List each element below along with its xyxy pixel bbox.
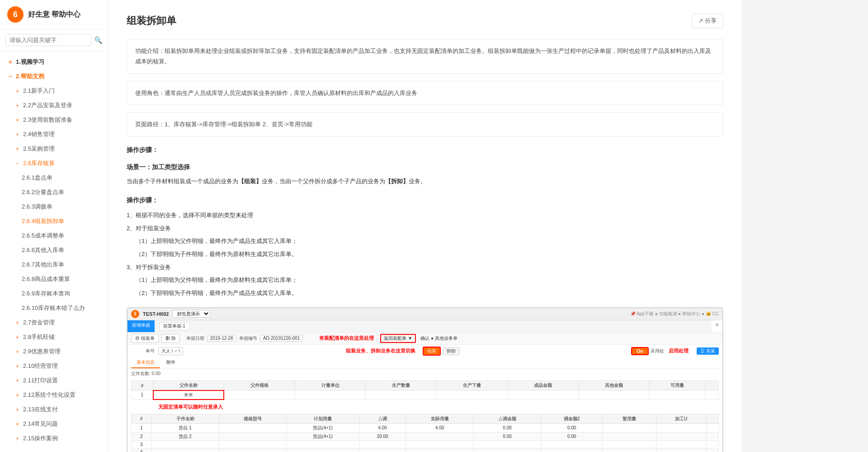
plus-icon: ＋ bbox=[14, 376, 20, 385]
minus-icon: － bbox=[14, 159, 20, 167]
fake-num-label: 单据编号 bbox=[239, 335, 257, 342]
fake-close-btn[interactable]: × bbox=[712, 320, 722, 332]
search-button[interactable]: 🔍 bbox=[94, 36, 103, 44]
minus-icon: － bbox=[7, 72, 13, 81]
sidebar-item-mobile[interactable]: ＋ 2.8手机旺铺 bbox=[0, 330, 108, 344]
plus-icon: ＋ bbox=[14, 145, 20, 153]
table-row: 1货品 1货品(4+1)4.004.000.000.00 bbox=[132, 423, 719, 432]
fake-table-top: # 父件名称 父件规格 计量单位 生产数量 生产下量 成品金额 其他金额 可用量 bbox=[131, 381, 719, 400]
plus-icon: ＋ bbox=[14, 130, 20, 138]
fake-toggle-group: 组装 拆卸 bbox=[423, 347, 460, 356]
sidebar-item-sales[interactable]: ＋ 2.4销售管理 bbox=[0, 127, 108, 142]
fake-th-action bbox=[706, 381, 719, 390]
sidebar-item-coupon[interactable]: ＋ 2.9优惠券管理 bbox=[0, 344, 108, 359]
fake-toggle-assemble: 组装 bbox=[423, 347, 441, 356]
share-button[interactable]: ↗ 分享 bbox=[692, 14, 723, 28]
fake-company-select[interactable]: 好生意演示 bbox=[172, 310, 210, 318]
sidebar-item-purchase[interactable]: ＋ 2.5采购管理 bbox=[0, 142, 108, 156]
sidebar-item-stocktake[interactable]: 2.6.1盘点单 bbox=[0, 171, 108, 185]
fake-th-parent-name: 父件名称 bbox=[153, 381, 224, 390]
sidebar-header: 6 好生意 帮助中心 bbox=[0, 0, 108, 29]
fake-annotation-free-wrapper: 无固定清单可以随时任意录入 bbox=[127, 404, 722, 412]
plus-icon: ＋ bbox=[14, 420, 20, 428]
fake-th-avail: 可用量 bbox=[649, 381, 706, 390]
table-row: 3 bbox=[132, 441, 719, 448]
fake-tab-basic[interactable]: 基本信息 bbox=[131, 357, 160, 368]
table-row: 1 米米 bbox=[132, 390, 719, 400]
plus-icon: ＋ bbox=[14, 347, 20, 356]
step2-1: （1）上部明细为父件明细，最终作为产成品生成其它入库单； bbox=[127, 236, 723, 247]
plus-icon: ＋ bbox=[14, 362, 20, 370]
steps-heading: 操作步骤： bbox=[127, 194, 723, 206]
fake-th-unit: 计量单位 bbox=[295, 381, 366, 390]
share-icon: ↗ bbox=[698, 18, 703, 24]
fake-btn-delete: 删 除 bbox=[161, 334, 180, 343]
fake-on-badge: On bbox=[631, 347, 649, 355]
fake-tabs-row: 前置单据-1 bbox=[155, 320, 712, 332]
sidebar-item-stock-error[interactable]: 2.6.10库存账本错了么办 bbox=[0, 301, 108, 315]
fake-th-produce-qty: 生产数量 bbox=[366, 381, 437, 390]
fake-app: 6 TEST-H002 好生意演示 📌 App下载 ● 功能检测 ● 帮助中心 … bbox=[127, 308, 723, 452]
plus-icon: ＋ bbox=[14, 116, 20, 124]
page-header: 组装拆卸单 ↗ 分享 bbox=[127, 14, 723, 28]
sidebar-item-split-stocktake[interactable]: 2.6.2分量盘点单 bbox=[0, 185, 108, 200]
nav-list: ＋ 1.视频学习 － 2.帮助文档 ＋ 2.1新手入门 ＋ 2.2产品安装及登录… bbox=[0, 51, 108, 452]
scenario1-heading: 场景一：加工类型选择 bbox=[127, 161, 723, 173]
fake-toggle-disassemble: 拆卸 bbox=[443, 347, 460, 355]
sidebar-item-stock-query[interactable]: 2.6.9库存账本查询 bbox=[0, 286, 108, 301]
fake-btn-save: 存 组装单 bbox=[131, 334, 159, 343]
annotation-free: 无固定清单可以随时任意录入 bbox=[158, 404, 223, 409]
plus-icon: ＋ bbox=[14, 87, 20, 95]
sidebar-item-goods-cost[interactable]: 2.6.8商品成本重算 bbox=[0, 272, 108, 286]
sidebar-item-funds[interactable]: ＋ 2.7资金管理 bbox=[0, 315, 108, 330]
table-row: 4 bbox=[132, 448, 719, 452]
sidebar-item-adjust[interactable]: 2.6.3调拨单 bbox=[0, 200, 108, 214]
screenshot-container: 6 TEST-H002 好生意演示 📌 App下载 ● 功能检测 ● 帮助中心 … bbox=[127, 307, 723, 452]
plus-icon: ＋ bbox=[14, 391, 20, 399]
sidebar-item-inventory[interactable]: － 2.6库存核算 bbox=[0, 156, 108, 171]
annotation-switch: 组装业务、拆卸业务在这里切换 bbox=[346, 347, 415, 354]
sidebar-item-print[interactable]: ＋ 2.11打印设置 bbox=[0, 373, 108, 388]
sidebar-item-operation[interactable]: ＋ 2.10经营管理 bbox=[0, 359, 108, 373]
sidebar-item-faq[interactable]: ＋ 2.14常见问题 bbox=[0, 417, 108, 431]
step2: 2、对于组装业务 bbox=[127, 223, 723, 234]
sidebar-item-data-prep[interactable]: ＋ 2.3使用前数据准备 bbox=[0, 113, 108, 127]
sidebar-item-newbie[interactable]: ＋ 2.1新手入门 bbox=[0, 84, 108, 98]
path-section: 页面路径：1、库存核算->库存管理->组装拆卸单 2、首页->常用功能 bbox=[127, 112, 723, 136]
fake-date-value: 2019-12-26 bbox=[207, 335, 236, 342]
fake-table-top-wrapper: # 父件名称 父件规格 计量单位 生产数量 生产下量 成品金额 其他金额 可用量 bbox=[127, 381, 722, 404]
sidebar-item-online-pay[interactable]: ＋ 2.13在线支付 bbox=[0, 402, 108, 417]
app-logo: 6 bbox=[7, 6, 24, 23]
sidebar-item-cases[interactable]: ＋ 2.15操作案例 bbox=[0, 431, 108, 446]
fake-app-bar: 6 TEST-H002 好生意演示 📌 App下载 ● 功能检测 ● 帮助中心 … bbox=[127, 308, 722, 320]
table-row: 2货品 2货品(4+1)20.000.000.00 bbox=[132, 432, 719, 441]
step3: 3、对于拆装业务 bbox=[127, 262, 723, 273]
page-title: 组装拆卸单 bbox=[127, 14, 176, 28]
sidebar-item-system[interactable]: ＋ 2.12系统个性化设置 bbox=[0, 388, 108, 402]
fake-th-goods-amt: 成品金额 bbox=[507, 381, 578, 390]
sidebar-item-other-out[interactable]: 2.6.7其他出库单 bbox=[0, 257, 108, 272]
search-input[interactable] bbox=[5, 34, 91, 46]
sidebar-item-video[interactable]: ＋ 1.视频学习 bbox=[0, 55, 108, 69]
fake-new-tab: 新增单据 bbox=[127, 320, 155, 332]
step1: 1、根据不同的业务，选择不同单据的类型来处理 bbox=[127, 210, 723, 221]
fake-th-parent-spec: 父件规格 bbox=[224, 381, 295, 390]
fake-confirm-btn: 确认 ● 其他业务单 bbox=[420, 335, 458, 342]
content-body: 操作步骤： 场景一：加工类型选择 当由多个子件材料组装成一个成品的业务为【组装】… bbox=[127, 144, 723, 299]
fake-process-btn: 立 实装 bbox=[697, 347, 719, 355]
fake-tab-attach[interactable]: 附件 bbox=[161, 357, 181, 368]
sidebar-item-other-in[interactable]: 2.6.6其他入库单 bbox=[0, 243, 108, 257]
sidebar-item-cost-adjust[interactable]: 2.6.5成本调整单 bbox=[0, 228, 108, 243]
plus-icon: ＋ bbox=[14, 405, 20, 414]
search-box: 🔍 bbox=[0, 29, 108, 51]
sidebar: 6 好生意 帮助中心 🔍 ＋ 1.视频学习 － 2.帮助文档 ＋ 2.1新手入门… bbox=[0, 0, 108, 452]
sidebar-item-assembly[interactable]: 2.6.4组装拆卸单 bbox=[0, 214, 108, 228]
operations-heading: 操作步骤： bbox=[127, 144, 723, 156]
fake-table-bottom-wrapper: # 子件名称 规格型号 计划用量 △调 实际用量 △调金额 调金额2 暂用量 加… bbox=[127, 414, 722, 452]
fake-icons: 📌 App下载 ● 功能检测 ● 帮助中心 ● 🐱 CC bbox=[630, 311, 719, 317]
sidebar-item-install[interactable]: ＋ 2.2产品安装及登录 bbox=[0, 98, 108, 113]
fake-dh-value: 大人 \ ♂ \ bbox=[158, 347, 183, 355]
step3-1: （1）上部明细为父件明细，最终作为原材料生成其它出库单； bbox=[127, 275, 723, 286]
sidebar-item-docs[interactable]: － 2.帮助文档 bbox=[0, 69, 108, 84]
step3-2: （2）下部明细为子件明细，最终作为产成品生成其它入库单。 bbox=[127, 288, 723, 299]
